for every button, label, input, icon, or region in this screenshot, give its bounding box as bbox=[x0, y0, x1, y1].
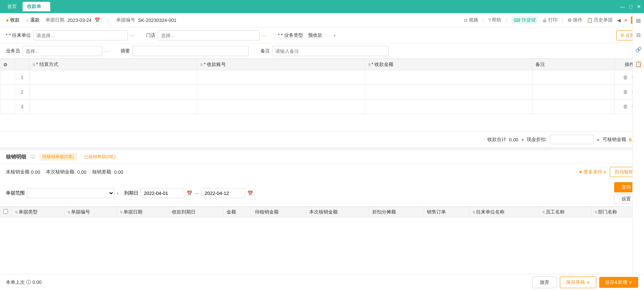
sidebar-icon-2[interactable]: ⊟ bbox=[634, 31, 643, 39]
current-nuclear-stat: 本次核销金额: 0.00 bbox=[46, 169, 86, 175]
done-tab[interactable]: 已核销单据(0笔) bbox=[81, 153, 119, 161]
col-row-num bbox=[15, 59, 30, 70]
row-settlement-1[interactable] bbox=[30, 70, 197, 85]
window-min-icon[interactable]: — bbox=[620, 4, 625, 9]
radio-refund[interactable]: ○ 退款 bbox=[25, 17, 39, 23]
table-gear-header[interactable]: ⚙ bbox=[0, 59, 15, 70]
more-conditions-btn[interactable]: ▼ 更多条件 ∧ bbox=[578, 169, 607, 175]
filter-row: 单据范围 ▾ 到期日 📅 — 📅 查询 设置 bbox=[0, 180, 644, 207]
video-btn[interactable]: ⊙视频 bbox=[464, 17, 478, 23]
row-delete-btn-3[interactable]: 🗑 bbox=[621, 103, 629, 110]
staff-input[interactable] bbox=[22, 46, 102, 56]
store-label: 门店 bbox=[146, 32, 156, 39]
form-meta: 单据日期 2023-03-24 📅 | 单据编号 SK-20230324-001 bbox=[46, 17, 458, 23]
nuclear-select-all[interactable] bbox=[3, 209, 8, 214]
col-settlement[interactable]: ⇅* 结算方式 bbox=[30, 59, 197, 70]
date-value: 2023-03-24 bbox=[67, 17, 92, 23]
row-notes-3[interactable] bbox=[533, 99, 615, 114]
notes-input[interactable] bbox=[272, 46, 389, 56]
nuclear-info-icon[interactable]: ⓘ bbox=[31, 154, 35, 160]
tab-close-icon[interactable]: × bbox=[43, 4, 46, 9]
operation-btn[interactable]: ⚙操作 bbox=[568, 17, 582, 23]
range-select[interactable] bbox=[27, 188, 114, 198]
shortcut-btn[interactable]: ⌨快捷键 bbox=[511, 16, 538, 24]
number-value: SK-20230324-001 bbox=[138, 17, 177, 23]
bottom-order-info: 本单上次 ⓘ 0.00 bbox=[6, 279, 42, 286]
due-date-from[interactable] bbox=[141, 188, 184, 198]
col-account[interactable]: ⇅* 收款账号 bbox=[197, 59, 365, 70]
bottom-info-icon[interactable]: ⓘ bbox=[26, 279, 31, 286]
bottom-bar: 本单上次 ⓘ 0.00 放弃 保存草稿 ∨ 保存&新增 ∨ bbox=[0, 274, 644, 290]
nuclear-title: 核销明细 bbox=[6, 154, 26, 160]
row-delete-btn-2[interactable]: 🗑 bbox=[621, 88, 629, 95]
top-nav: 首页 收款单 × — □ ✕ bbox=[0, 0, 644, 13]
nuclear-col-number[interactable]: ⇅单据编号 bbox=[64, 207, 117, 218]
row-account-2[interactable] bbox=[197, 85, 365, 99]
store-input[interactable] bbox=[158, 30, 260, 40]
print-btn[interactable]: 🖨打印 bbox=[542, 17, 558, 23]
nuclear-table: ⇅单据类型 ⇅单据编号 ⇅单据日期 收款到期日 金额 bbox=[0, 207, 644, 218]
row-settlement-2[interactable] bbox=[30, 85, 197, 99]
range-dropdown-icon[interactable]: ▾ bbox=[117, 191, 118, 195]
row-settlement-3[interactable] bbox=[30, 99, 197, 114]
sidebar-icon-4[interactable]: 📋 bbox=[634, 60, 643, 68]
date-calendar-icon[interactable]: 📅 bbox=[94, 17, 100, 23]
business-type-dropdown[interactable]: ▾ bbox=[334, 34, 335, 38]
plus-sign: + bbox=[521, 137, 524, 142]
row-amount-3[interactable] bbox=[365, 99, 532, 114]
nuclear-col-checkbox bbox=[0, 207, 12, 218]
nuclear-col-staff[interactable]: ⇅员工名称 bbox=[539, 207, 592, 218]
partner-input[interactable] bbox=[33, 30, 128, 40]
row-notes-2[interactable] bbox=[533, 85, 615, 99]
col-notes: 备注 bbox=[533, 59, 615, 70]
business-type-label: * 业务类型 bbox=[278, 32, 303, 39]
abandon-button[interactable]: 放弃 bbox=[532, 277, 557, 288]
window-close-icon[interactable]: ✕ bbox=[637, 4, 641, 9]
partner-more-icon[interactable]: ··· bbox=[130, 32, 134, 38]
receipt-type-radio: ● 收款 ○ 退款 bbox=[6, 17, 40, 23]
nuclear-col-pending: 待核销金额 bbox=[252, 207, 306, 218]
form-header: ● 收款 ○ 退款 单据日期 2023-03-24 📅 | 单据编号 SK-20… bbox=[0, 13, 644, 27]
nav-tab-receipt[interactable]: 收款单 × bbox=[23, 2, 50, 11]
row-account-3[interactable] bbox=[197, 99, 365, 114]
discount-input[interactable] bbox=[550, 135, 594, 144]
window-max-icon[interactable]: □ bbox=[629, 4, 632, 9]
row-amount-2[interactable] bbox=[365, 85, 532, 99]
business-type-field: * 业务类型 预收款 ▾ ⚙ 设置 bbox=[278, 30, 638, 40]
nuclear-col-current: 本次核销金额 bbox=[306, 207, 369, 218]
notes-field: 备注 bbox=[260, 46, 389, 56]
store-field: 门店 ··· bbox=[146, 30, 266, 40]
calendar-icon-1[interactable]: 📅 bbox=[186, 191, 192, 196]
nuclear-filter-right: ▼ 更多条件 ∧ 自动核销 bbox=[578, 167, 638, 177]
sidebar-icon-1[interactable]: ▤ bbox=[634, 16, 643, 25]
discount-label: 现金折扣: bbox=[527, 136, 547, 143]
row-delete-btn-1[interactable]: 🗑 bbox=[621, 74, 629, 81]
row-amount-1[interactable] bbox=[365, 70, 532, 85]
nuclear-col-partner[interactable]: ⇅往来单位名称 bbox=[470, 207, 539, 218]
store-more-icon[interactable]: ··· bbox=[262, 32, 266, 38]
save-draft-button[interactable]: 保存草稿 ∨ bbox=[560, 277, 596, 288]
nuclear-col-date[interactable]: ⇅单据日期 bbox=[117, 207, 169, 218]
main-content: ● 收款 ○ 退款 单据日期 2023-03-24 📅 | 单据编号 SK-20… bbox=[0, 13, 644, 290]
toolbar-right: ⊙视频 | ?帮助 | ⌨快捷键 🖨打印 | ⚙操作 📋历史单据 ◀ ≡ bbox=[464, 16, 638, 24]
calendar-icon-2[interactable]: 📅 bbox=[247, 191, 253, 196]
layout-list-icon[interactable]: ≡ bbox=[622, 16, 629, 24]
row-account-1[interactable] bbox=[197, 70, 365, 85]
pending-tab[interactable]: 待核销单据(0笔) bbox=[39, 153, 77, 161]
sidebar-icon-3[interactable]: 🔗 bbox=[634, 45, 643, 54]
row-notes-1[interactable] bbox=[533, 70, 615, 85]
radio-receipt[interactable]: ● 收款 bbox=[6, 17, 20, 23]
nav-tab-home[interactable]: 首页 bbox=[3, 2, 21, 11]
summary-input[interactable] bbox=[132, 46, 249, 56]
save-new-button[interactable]: 保存&新增 ∨ bbox=[599, 277, 638, 288]
number-label: 单据编号 bbox=[116, 17, 135, 23]
help-btn[interactable]: ?帮助 bbox=[488, 17, 501, 23]
nav-prev-icon[interactable]: ◀ bbox=[617, 17, 621, 23]
col-amount[interactable]: ⇅* 收款金额 bbox=[365, 59, 532, 70]
nuclear-col-type[interactable]: ⇅单据类型 bbox=[12, 207, 64, 218]
due-date-to[interactable] bbox=[201, 188, 245, 198]
history-btn[interactable]: 📋历史单据 bbox=[587, 17, 613, 23]
staff-more-icon[interactable]: ··· bbox=[105, 48, 109, 54]
partner-field: * 往来单位 ··· bbox=[6, 30, 134, 40]
diff-stat: 核销差额: 0.00 bbox=[92, 169, 123, 175]
